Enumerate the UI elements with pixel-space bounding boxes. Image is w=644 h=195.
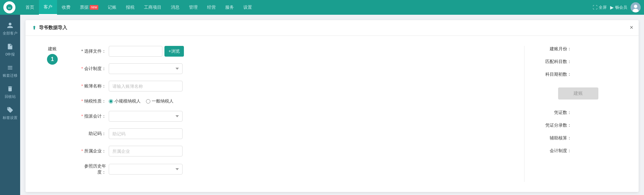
tax-type-label: 纳税性质： (76, 98, 106, 104)
section-divider (524, 46, 525, 182)
step-indicator: 建账 1 (39, 46, 66, 182)
sidebar-item-migrate[interactable]: 账套迁移 (0, 60, 20, 81)
voucher-count-row: 凭证数： (541, 110, 625, 116)
nav-items: 首页 客户 收费 票据 new 记账 报税 工商项目 消息 管理 经营 服务 设… (21, 0, 593, 15)
accountant-select[interactable] (109, 111, 183, 122)
step-circle: 1 (47, 54, 58, 65)
build-month-row: 建账月份： (541, 46, 625, 52)
file-input-group: +浏览 (109, 46, 184, 57)
new-badge: new (90, 5, 98, 10)
accounting-system-label: 会计制度： (76, 66, 106, 72)
voucher-count-label: 凭证数： (541, 110, 572, 116)
accounting-system-select[interactable] (109, 63, 183, 74)
import-icon: ⬆ (32, 25, 36, 30)
create-account-button[interactable]: 建账 (558, 87, 598, 100)
member-btn[interactable]: ▶ 畅会员 (610, 5, 627, 10)
company-label: 所属企业： (76, 148, 106, 154)
app-logo[interactable] (3, 1, 15, 13)
content-area: ⬆ 导爷数据导入 × 建账 1 * 选择文件： (20, 15, 644, 195)
sidebar-item-zero-declare[interactable]: 0申报 (0, 39, 20, 60)
period-amount-label: 科目期初数： (541, 71, 572, 77)
migrate-icon (6, 64, 14, 72)
voucher-entries-row: 凭证分录数： (541, 122, 625, 128)
radio-general-taxpayer[interactable]: 一般纳税人 (146, 98, 174, 104)
top-navigation: 首页 客户 收费 票据 new 记账 报税 工商项目 消息 管理 经营 服务 设… (0, 0, 644, 15)
build-month-label: 建账月份： (541, 46, 572, 52)
svg-point-1 (634, 5, 637, 8)
radio-small-taxpayer[interactable]: 小规模纳税人 (109, 98, 141, 104)
period-amount-row: 科目期初数： (541, 71, 625, 77)
history-year-select[interactable] (109, 164, 183, 175)
nav-item-service[interactable]: 服务 (220, 0, 239, 15)
nav-item-message[interactable]: 消息 (166, 0, 184, 15)
browse-button[interactable]: +浏览 (164, 46, 184, 57)
tax-type-row: 纳税性质： 小规模纳税人 一般纳税人 (76, 98, 507, 104)
file-text-input[interactable] (109, 46, 162, 57)
trash-icon (6, 85, 14, 93)
sidebar-item-all-customers[interactable]: 全部客户 (0, 18, 20, 39)
ledger-name-input[interactable] (109, 81, 183, 91)
voucher-entries-label: 凭证分录数： (541, 122, 572, 128)
nav-item-invoice[interactable]: 票据 new (75, 0, 103, 15)
form-area: * 选择文件： +浏览 会计制度： (76, 46, 507, 182)
accounting-system-right-label: 会计制度： (541, 148, 572, 154)
sidebar-item-recycle[interactable]: 回收站 (0, 81, 20, 103)
memo-row: 助记码： (76, 128, 507, 139)
report-icon (6, 43, 14, 51)
nav-item-tax[interactable]: 报税 (121, 0, 139, 15)
ledger-name-label: 账簿名称： (76, 83, 106, 89)
history-year-row: 参照历史年度： (76, 163, 507, 175)
match-count-row: 匹配科目数： (541, 59, 625, 65)
nav-item-settings[interactable]: 设置 (239, 0, 257, 15)
sidebar: 全部客户 0申报 账套迁移 回收站 (0, 15, 20, 195)
auxiliary-row: 辅助核算： (541, 135, 625, 141)
nav-item-operation[interactable]: 经营 (202, 0, 220, 15)
dialog-card: ⬆ 导爷数据导入 × 建账 1 * 选择文件： (26, 20, 639, 192)
ledger-name-row: 账簿名称： (76, 81, 507, 91)
sidebar-item-tags[interactable]: 标签设置 (0, 103, 20, 124)
nav-item-manage[interactable]: 管理 (184, 0, 202, 15)
nav-item-customer[interactable]: 客户 (39, 0, 57, 15)
nav-item-business[interactable]: 工商项目 (139, 0, 166, 15)
nav-right: ⛶ 全屏 ▶ 畅会员 (593, 2, 641, 12)
auxiliary-label: 辅助核算： (541, 135, 572, 141)
accounting-system-row: 会计制度： (76, 63, 507, 74)
memo-label: 助记码： (76, 131, 106, 137)
accountant-label: 指派会计： (76, 113, 106, 119)
step-label: 建账 (48, 46, 57, 52)
file-label: * 选择文件： (76, 48, 106, 54)
user-avatar[interactable] (631, 2, 641, 12)
company-row: 所属企业： (76, 146, 507, 156)
accountant-row: 指派会计： (76, 111, 507, 122)
history-year-label: 参照历史年度： (76, 163, 106, 175)
company-input[interactable] (109, 146, 183, 156)
fullscreen-btn[interactable]: ⛶ 全屏 (593, 5, 607, 10)
tag-icon (6, 106, 14, 114)
nav-item-billing[interactable]: 收费 (57, 0, 75, 15)
dialog-title: 导爷数据导入 (39, 25, 67, 31)
user-icon (6, 21, 14, 29)
accounting-system-right-row: 会计制度： (541, 148, 625, 154)
memo-input[interactable] (109, 128, 183, 139)
dialog-close-button[interactable]: × (630, 24, 633, 31)
nav-item-accounting[interactable]: 记账 (103, 0, 121, 15)
dialog-header: ⬆ 导爷数据导入 (26, 20, 639, 36)
file-select-row: * 选择文件： +浏览 (76, 46, 507, 57)
tax-type-radio-group: 小规模纳税人 一般纳税人 (109, 98, 174, 104)
step-section: 建账 1 * 选择文件： +浏览 会计制度： (26, 36, 639, 192)
nav-item-home[interactable]: 首页 (21, 0, 39, 15)
match-count-label: 匹配科目数： (541, 59, 572, 65)
right-panel: 建账月份： 匹配科目数： 科目期初数： 建账 (541, 46, 625, 182)
main-layout: 全部客户 0申报 账套迁移 回收站 (0, 15, 644, 195)
